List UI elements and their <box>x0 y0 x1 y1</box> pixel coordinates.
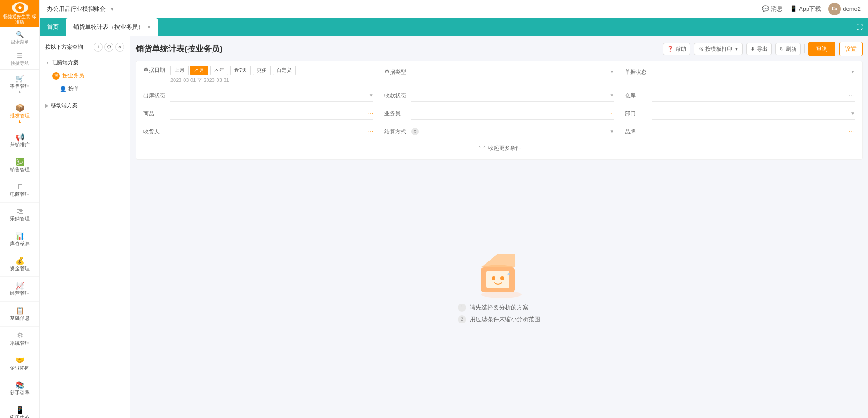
sidebar-item-purchase[interactable]: 🛍 采购管理 <box>0 203 39 227</box>
desktop-scheme-header[interactable]: ▼ 电脑端方案 <box>40 56 130 69</box>
consignee-input[interactable] <box>170 125 363 138</box>
topbar-dropdown[interactable]: ▼ <box>109 6 115 12</box>
export-btn[interactable]: ⬇ 导出 <box>746 43 772 55</box>
sidebar-item-marketing[interactable]: 📢 营销推广 <box>0 128 39 153</box>
date-btn-7days[interactable]: 近7天 <box>230 66 251 75</box>
date-btn-custom[interactable]: 自定义 <box>273 66 296 75</box>
scheme-query-label: 按以下方案查询 <box>45 43 83 51</box>
retail-icon: 🛒 <box>15 74 24 83</box>
warehouse-dots-btn[interactable]: ··· <box>849 91 855 100</box>
payment-clear-btn[interactable]: × <box>411 128 419 135</box>
salesperson-filter: 业务员 ··· <box>384 107 614 120</box>
sidebar-item-apps[interactable]: 📱 应用中心 <box>0 401 39 418</box>
quick-nav-item[interactable]: ☰ 快捷导航 <box>0 49 39 70</box>
app-download-btn[interactable]: 📱 App下载 <box>790 5 821 13</box>
scheme-by-salesperson[interactable]: 按 按业务员 <box>40 69 130 82</box>
tab-home-label: 首页 <box>47 23 59 31</box>
sidebar-item-ecommerce[interactable]: 🖥 电商管理 <box>0 178 39 203</box>
date-btn-lastmonth[interactable]: 上月 <box>170 66 189 75</box>
quick-nav-label: 快捷导航 <box>11 61 29 66</box>
topbar-left: 办公用品行业模拟账套 ▼ <box>47 5 115 13</box>
collapse-panel-btn[interactable]: « <box>115 43 124 52</box>
sidebar-item-finance[interactable]: 💰 资金管理 <box>0 252 39 277</box>
apps-icon: 📱 <box>15 406 24 414</box>
desktop-scheme-section: ▼ 电脑端方案 按 按业务员 👤 按单 <box>40 54 130 97</box>
settings-label: 设置 <box>845 45 857 53</box>
add-scheme-btn[interactable]: + <box>94 43 103 52</box>
finance-icon: 💰 <box>15 256 24 265</box>
receipt-status-filter: 收款状态 ▼ <box>384 89 614 102</box>
collapse-row: ⌃⌃ 收起更多条件 <box>143 140 855 155</box>
salesperson-dots-btn[interactable]: ··· <box>608 109 614 118</box>
page-title: 销货单统计表(按业务员) <box>136 43 222 54</box>
doc-type-arrow: ▼ <box>609 69 614 74</box>
tab-sales-stats[interactable]: 销货单统计表（按业务员） × <box>66 18 158 36</box>
hint-1-text: 请先选择要分析的方案 <box>470 304 528 312</box>
sidebar-item-wholesale[interactable]: 📦 批发管理 ▲ <box>0 99 39 128</box>
sidebar-item-sales[interactable]: 💹 销售管理 <box>0 153 39 178</box>
avatar-initials: Ea <box>832 6 837 11</box>
purchase-label: 采购管理 <box>10 215 30 222</box>
date-btn-more[interactable]: 更多 <box>253 66 271 75</box>
doc-status-select[interactable]: ▼ <box>652 66 855 78</box>
doc-status-arrow: ▼ <box>850 69 855 74</box>
base-label: 基础信息 <box>10 315 30 322</box>
goods-dots-btn[interactable]: ··· <box>367 109 373 118</box>
tab-minimize-btn[interactable]: — <box>846 24 853 31</box>
collapse-btn[interactable]: ⌃⌃ 收起更多条件 <box>475 142 524 155</box>
sidebar-search-item[interactable]: 🔍 搜索菜单 <box>0 27 39 49</box>
tab-home[interactable]: 首页 <box>40 18 66 36</box>
wholesale-arrow: ▲ <box>18 119 22 124</box>
retail-label: 零售管理 <box>10 83 30 90</box>
empty-hint-1: 1 请先选择要分析的方案 <box>458 304 540 312</box>
dept-filter: 部门 ▼ <box>625 107 855 120</box>
settings-btn[interactable]: 设置 <box>839 42 863 56</box>
tab-close-btn[interactable]: × <box>147 24 151 30</box>
sidebar-item-inventory[interactable]: 📊 库存核算 <box>0 227 39 252</box>
sidebar-item-base[interactable]: 📋 基础信息 <box>0 302 39 327</box>
date-btn-thisyear[interactable]: 本年 <box>210 66 228 75</box>
query-btn[interactable]: 查询 <box>808 42 835 56</box>
app-download-label: App下载 <box>799 5 821 13</box>
sidebar-item-guide[interactable]: 📚 新手引导 <box>0 376 39 401</box>
inventory-icon: 📊 <box>15 232 24 240</box>
doc-type-select[interactable]: ▼ <box>411 66 614 78</box>
mobile-scheme-header[interactable]: ▶ 移动端方案 <box>40 99 130 112</box>
operations-icon: 📈 <box>15 281 24 290</box>
help-btn[interactable]: ❓ 帮助 <box>663 43 690 55</box>
hint-num-1: 1 <box>458 304 466 312</box>
consignee-dots-btn[interactable]: ··· <box>367 128 373 136</box>
out-status-select[interactable]: ▼ <box>170 89 373 102</box>
date-btn-thismonth[interactable]: 本月 <box>190 66 208 75</box>
refresh-btn[interactable]: ↻ 刷新 <box>775 43 801 55</box>
export-icon: ⬇ <box>750 46 755 52</box>
brand-dots-btn[interactable]: ··· <box>849 128 855 136</box>
apps-label: 应用中心 <box>10 414 30 418</box>
sidebar-item-system[interactable]: ⚙ 系统管理 <box>0 327 39 352</box>
sidebar-item-collab[interactable]: 🤝 企业协同 <box>0 352 39 376</box>
salesperson-label: 业务员 <box>384 110 408 118</box>
receipt-status-label: 收款状态 <box>384 92 408 100</box>
topbar-right: 💬 消息 📱 App下载 Ea demo2 <box>762 3 861 15</box>
message-btn[interactable]: 💬 消息 <box>762 5 783 13</box>
user-area[interactable]: Ea demo2 <box>828 3 861 15</box>
sidebar-item-retail[interactable]: 🛒 零售管理 ▲ <box>0 70 39 99</box>
desktop-arrow-icon: ▼ <box>45 60 50 65</box>
empty-icon-container <box>472 249 526 294</box>
left-panel: 按以下方案查询 + ⚙ « ▼ 电脑端方案 按 按业务员 👤 <box>40 36 130 418</box>
scheme-by-order[interactable]: 👤 按单 <box>40 82 130 95</box>
receipt-status-select[interactable]: ▼ <box>411 89 614 102</box>
order-icon: 👤 <box>60 86 66 92</box>
left-panel-header: 按以下方案查询 + ⚙ « <box>40 40 130 54</box>
sidebar-item-operations[interactable]: 📈 经营管理 <box>0 277 39 302</box>
salesperson-scheme-icon: 按 <box>52 72 60 80</box>
tab-maximize-btn[interactable]: ⛶ <box>856 24 863 31</box>
collab-icon: 🤝 <box>15 356 24 365</box>
tabbar: 首页 销货单统计表（按业务员） × — ⛶ <box>40 18 868 36</box>
dept-select[interactable]: ▼ <box>652 107 855 120</box>
settings-scheme-btn[interactable]: ⚙ <box>104 43 113 52</box>
export-label: 导出 <box>757 45 768 53</box>
collapse-up-icon: ⌃⌃ <box>477 145 486 152</box>
content-area: 按以下方案查询 + ⚙ « ▼ 电脑端方案 按 按业务员 👤 <box>40 36 868 418</box>
template-print-btn[interactable]: 🖨 按模板打印 ▼ <box>694 43 743 55</box>
